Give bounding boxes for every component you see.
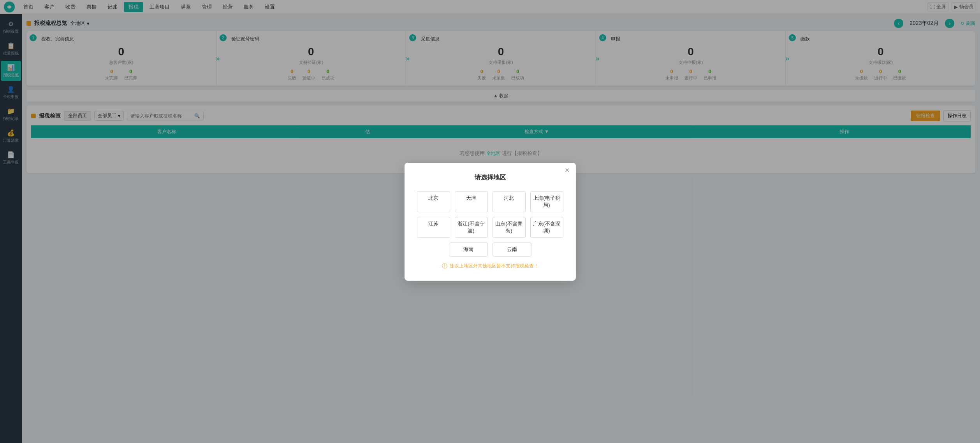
region-warning: ⓘ 除以上地区外其他地区暂不支持报税检查！ xyxy=(417,263,563,270)
region-button[interactable]: 天津 xyxy=(455,191,488,212)
region-button[interactable]: 海南 xyxy=(449,243,488,257)
warning-text: 除以上地区外其他地区暂不支持报税检查！ xyxy=(450,263,538,269)
region-grid-1: 北京天津河北上海(电子税局) xyxy=(417,191,563,212)
modal-overlay[interactable]: ✕ 请选择地区 北京天津河北上海(电子税局) 江苏浙江(不含宁波)山东(不含青岛… xyxy=(0,0,980,443)
region-row-center: 海南云南 xyxy=(417,243,563,257)
warning-icon: ⓘ xyxy=(442,263,447,270)
region-button[interactable]: 广东(不含深圳) xyxy=(530,217,563,238)
region-button[interactable]: 河北 xyxy=(493,191,526,212)
region-button[interactable]: 上海(电子税局) xyxy=(530,191,563,212)
modal-close-button[interactable]: ✕ xyxy=(565,167,570,174)
region-select-modal: ✕ 请选择地区 北京天津河北上海(电子税局) 江苏浙江(不含宁波)山东(不含青岛… xyxy=(405,163,576,281)
region-button[interactable]: 云南 xyxy=(493,243,531,257)
region-button[interactable]: 江苏 xyxy=(417,217,450,238)
modal-title: 请选择地区 xyxy=(417,174,563,182)
region-grid-2: 江苏浙江(不含宁波)山东(不含青岛)广东(不含深圳) xyxy=(417,217,563,238)
region-button[interactable]: 山东(不含青岛) xyxy=(493,217,526,238)
region-button[interactable]: 北京 xyxy=(417,191,450,212)
region-button[interactable]: 浙江(不含宁波) xyxy=(455,217,488,238)
